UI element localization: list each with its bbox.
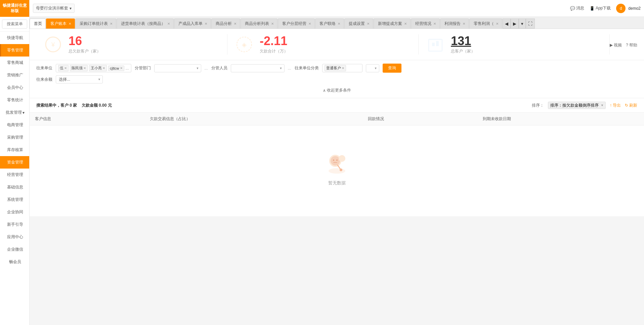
balance-select-wrap[interactable]: 选择... [56,75,103,83]
tab-produce-close[interactable]: ✕ [205,22,207,26]
sidebar-item-operations[interactable]: 经营管理 [0,169,29,181]
tab-accounts[interactable]: 客户账本 ✕ [46,19,75,29]
query-button[interactable]: 查询 [383,64,401,73]
sidebar-item-quick-nav[interactable]: 快捷导航 [0,32,29,44]
sidebar-item-marketing[interactable]: 营销推广 [0,69,29,81]
app-download-button[interactable]: 📱 App下载 [590,5,611,11]
sidebar-item-enterprise[interactable]: 企业协同 [0,206,29,218]
filter-bar: 往来单位 伍 ✕ 陈民强 ✕ 王小亮 ✕ cjttcw [30,60,644,98]
tab-improve-close[interactable]: ✕ [367,22,370,26]
tag-wu-close[interactable]: ✕ [64,66,67,70]
export-icon: ↑ [610,103,612,108]
tab-operations-status[interactable]: 经营情况 ✕ [411,19,440,29]
stat-total-info: 131 总客户（家） [451,35,603,54]
col-repay-info: 回款情况 [362,113,477,125]
tabs-menu[interactable]: ▾ [519,19,526,29]
unit-type-dropdown[interactable] [366,64,379,72]
tab-ops-close[interactable]: ✕ [433,22,436,26]
balance-select[interactable]: 选择... [56,75,103,83]
tab-home[interactable]: 首页 [30,19,46,29]
sidebar-item-newbie[interactable]: 新手引导 [0,218,29,231]
collapse-arrow-icon: ∧ [323,88,326,93]
tab-purchase-order-close[interactable]: ✕ [110,22,113,26]
tag-wang-close[interactable]: ✕ [102,66,105,70]
tab-profit-report[interactable]: 利润报告 ✕ [440,19,469,29]
sidebar-item-member2[interactable]: 畅会员 [0,256,29,268]
tag-chen-close[interactable]: ✕ [83,66,86,70]
dept-select[interactable] [154,64,201,72]
dept-select-wrap[interactable] [154,64,201,72]
user-area[interactable]: d demo2 [616,4,641,13]
unit-type-filter[interactable]: 普通客户 ✕ [322,64,362,72]
person-select[interactable] [231,64,285,72]
dept-more[interactable]: ... [205,66,208,71]
account-name: 母婴行业演示帐套 [36,5,68,11]
filter-row-1: 往来单位 伍 ✕ 陈民强 ✕ 王小亮 ✕ cjttcw [36,64,637,73]
sidebar-item-retail-mgmt[interactable]: 零售管理 [0,44,29,57]
tab-new-improve-close[interactable]: ✕ [404,22,407,26]
tab-purchase-stat-close[interactable]: ✕ [167,22,170,26]
unit-filter-tags[interactable]: 伍 ✕ 陈民强 ✕ 王小亮 ✕ cjttcw ✕ ... [56,64,131,72]
export-button[interactable]: ↑ 导出 [610,103,621,108]
sidebar-item-finance[interactable]: 资金管理 [0,156,29,169]
tab-customer-contact[interactable]: 客户联络 ✕ [315,19,344,29]
avatar: d [616,4,626,13]
tab-improve-settings[interactable]: 提成设置 ✕ [344,19,373,29]
tab-improve-label: 提成设置 [349,21,365,27]
stats-row: ¥ 16 总欠款客户（家） ◈ -2.11 欠款合计（万） [30,29,644,60]
tab-accounts-close[interactable]: ✕ [69,22,71,26]
sidebar-item-member[interactable]: 会员中心 [0,81,29,94]
tab-goods-list-close[interactable]: ✕ [271,22,274,26]
tab-goods-analysis-close[interactable]: ✕ [234,22,237,26]
collapse-button[interactable]: ∧ 收起更多条件 [36,86,637,95]
sidebar-item-wechat[interactable]: 企业微信 [0,243,29,256]
tab-profit-close[interactable]: ✕ [463,22,465,26]
message-button[interactable]: 💬 消息 [570,5,584,11]
tab-customer-layer-close[interactable]: ✕ [308,22,311,26]
account-dropdown[interactable]: 母婴行业演示帐套 ▾ [33,4,75,13]
empty-text: 暂无数据 [328,180,346,186]
phone-icon: 📱 [590,6,595,11]
dept-label: 分管部门 [135,65,151,71]
sort-select[interactable]: 排序：按欠款金额倒序排序 [548,102,606,109]
message-label: 消息 [576,5,584,11]
tag-normal-close[interactable]: ✕ [342,66,344,70]
sidebar-search-area[interactable]: 搜索菜单 [0,17,29,32]
sidebar-item-retail-mall[interactable]: 零售商城 [0,57,29,69]
tabs-scroll-left[interactable]: ◀ [503,19,511,29]
video-button[interactable]: ▶ 视频 [610,42,622,48]
tab-goods-analysis-list[interactable]: 商品分析列表 ✕ [241,19,277,29]
sidebar-item-basic-info[interactable]: 基础信息 [0,181,29,193]
sidebar-item-ecommerce[interactable]: 电商管理 [0,119,29,131]
tab-produce-purchase[interactable]: 产成品入库单 ✕ [174,19,211,29]
sidebar-item-retail-stat[interactable]: 零售统计 [0,94,29,106]
tab-new-improve[interactable]: 新增提成方案 ✕ [374,19,411,29]
svg-rect-6 [436,41,439,46]
tab-retail-profit[interactable]: 零售利润（ ✕ [469,19,502,29]
sidebar-item-system[interactable]: 系统管理 [0,193,29,206]
tab-customer-layer[interactable]: 客户分层经营 ✕ [278,19,315,29]
sidebar-item-wholesale[interactable]: 批发管理▾ [0,106,29,119]
search-menu-button[interactable]: 搜索菜单 [2,20,27,29]
tag-cjttcw-close[interactable]: ✕ [120,66,123,70]
person-select-wrap[interactable] [231,64,285,72]
tab-goods-analysis[interactable]: 商品分析 ✕ [211,19,240,29]
tabs-expand[interactable]: ⛶ [526,19,535,29]
help-button[interactable]: ? 帮助 [626,42,637,48]
tab-retail-profit-close[interactable]: ✕ [496,22,499,26]
sidebar-item-inventory[interactable]: 库存核算 [0,144,29,156]
main-area: 母婴行业演示帐套 ▾ 💬 消息 📱 App下载 d demo2 首页 客户账本 [30,0,644,325]
person-more[interactable]: ... [288,66,291,71]
filter-row-2: 往来余额 选择... [36,75,637,83]
sidebar-item-app-center[interactable]: 应用中心 [0,231,29,243]
tabs-scroll-right[interactable]: ▶ [511,19,519,29]
content-area: ¥ 16 总欠款客户（家） ◈ -2.11 欠款合计（万） [30,29,644,325]
refresh-button[interactable]: ↻ 刷新 [625,103,637,108]
sort-select-wrap[interactable]: 排序：按欠款金额倒序排序 [548,102,606,109]
tab-purchase-order[interactable]: 采购订单统计表 ✕ [75,19,116,29]
tab-purchase-stat[interactable]: 进货单统计表（按商品） ✕ [117,19,174,29]
sidebar-item-purchase[interactable]: 采购管理 [0,131,29,144]
tab-customer-contact-close[interactable]: ✕ [338,22,340,26]
unit-type-select[interactable] [366,64,379,72]
more-tags-button[interactable]: ... [126,66,129,71]
